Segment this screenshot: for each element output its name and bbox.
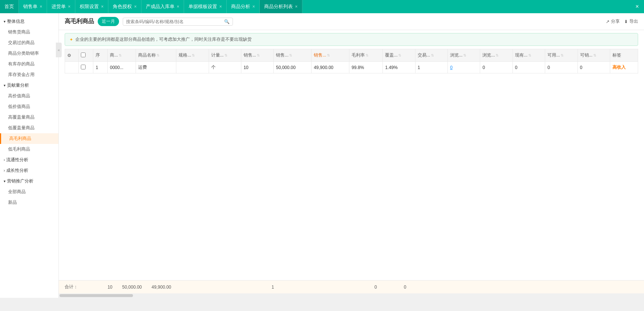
col-settings[interactable]: ⚙ xyxy=(65,49,79,62)
footer-sales-qty: 10 xyxy=(85,285,115,290)
sort-icon-code: ⇅ xyxy=(119,53,122,57)
close-purchase-tab[interactable]: × xyxy=(68,4,71,9)
cell-browse1[interactable]: 0 xyxy=(448,62,480,73)
cell-sales-qty: 10 xyxy=(241,62,273,73)
footer-label: 合计： xyxy=(65,284,78,290)
cell-sellable: 0 xyxy=(578,62,610,73)
cell-index: 1 xyxy=(93,62,108,73)
sidebar-item-low-coverage[interactable]: 低覆盖量商品 xyxy=(0,123,58,133)
footer-available: 0 xyxy=(379,285,409,290)
info-banner: ✦ 企业的主要的利润都是这部分商品创造的，可考虑加大推广，同时关注库存是不要出现… xyxy=(65,33,638,46)
sidebar-item-category-rate[interactable]: 商品分类助销率 xyxy=(0,48,58,59)
col-browse1[interactable]: 浏览...⇅ xyxy=(448,49,480,62)
close-inbound-tab[interactable]: × xyxy=(177,4,179,9)
filter-btn-recent-month[interactable]: 近一月 xyxy=(98,17,119,26)
select-all-checkbox[interactable] xyxy=(81,53,86,57)
sidebar-group-overall[interactable]: ▾ 整体信息 xyxy=(0,16,58,27)
cell-unit: 个 xyxy=(209,62,241,73)
arrow-growth: › xyxy=(4,169,5,173)
browse1-link[interactable]: 0 xyxy=(450,65,453,70)
search-box: 🔍 xyxy=(123,18,233,26)
close-sales-tab[interactable]: × xyxy=(40,4,42,9)
sidebar-item-new-goods[interactable]: 新品 xyxy=(0,197,58,208)
main-layout: ▾ 整体信息 销售货商品 交易过的商品 商品分类助销率 有库存的商品 库存资金占… xyxy=(0,13,644,298)
header-actions: ↗ 分享 ⬇ 导出 xyxy=(606,18,638,25)
col-sales-qty[interactable]: 销售...⇅ xyxy=(241,49,273,62)
col-available[interactable]: 可用...⇅ xyxy=(545,49,578,62)
nav-tab-analysis-list[interactable]: 商品分析列表 × xyxy=(260,0,302,13)
col-spec[interactable]: 规格...⇅ xyxy=(176,49,209,62)
sort-icon-browse2: ⇅ xyxy=(496,53,499,57)
close-analysis-list-tab[interactable]: × xyxy=(295,4,298,9)
search-input[interactable] xyxy=(126,19,224,24)
footer-bar: 合计： 10 50,000.00 49,900.00 1 0 0 xyxy=(59,280,644,293)
nav-tab-roles[interactable]: 角色授权 × xyxy=(108,0,141,13)
sidebar-item-in-stock[interactable]: 有库存的商品 xyxy=(0,59,58,69)
window-close-button[interactable]: × xyxy=(630,0,644,13)
col-index: 序 xyxy=(93,49,108,62)
nav-tab-purchase[interactable]: 进货单 × xyxy=(47,0,75,13)
sort-icon-sellable: ⇅ xyxy=(593,53,596,57)
sort-icon-unit: ⇅ xyxy=(224,53,227,57)
footer-current-stock: 0 xyxy=(350,285,379,290)
search-icon[interactable]: 🔍 xyxy=(224,19,230,24)
nav-tab-inbound[interactable]: 产成品入库单 × xyxy=(141,0,184,13)
cell-checkbox[interactable] xyxy=(79,62,93,73)
nav-tab-home[interactable]: 首页 xyxy=(0,0,19,13)
sidebar-group-growth[interactable]: › 成长性分析 xyxy=(0,165,58,176)
info-icon: ✦ xyxy=(69,37,73,42)
col-gross-margin[interactable]: 毛利率⇅ xyxy=(349,49,383,62)
col-unit[interactable]: 计量...⇅ xyxy=(209,49,241,62)
sort-icon-spec: ⇅ xyxy=(192,53,195,57)
share-button[interactable]: ↗ 分享 xyxy=(606,18,620,25)
footer-spacer xyxy=(173,285,247,290)
col-name[interactable]: 商品名称⇅ xyxy=(136,49,176,62)
sidebar-item-traded-goods[interactable]: 交易过的商品 xyxy=(0,37,58,48)
sort-icon-transaction: ⇅ xyxy=(431,53,434,57)
sidebar-item-all-goods[interactable]: 全部商品 xyxy=(0,187,58,197)
cell-available: 0 xyxy=(545,62,578,73)
col-code[interactable]: 商...⇅ xyxy=(108,49,136,62)
sidebar-group-marketing[interactable]: ▾ 营销推广分析 xyxy=(0,176,58,187)
col-coverage[interactable]: 覆盖...⇅ xyxy=(383,49,415,62)
cell-gross-margin: 99.8% xyxy=(349,62,383,73)
sidebar-group-contribution[interactable]: ▾ 贡献量分析 xyxy=(0,80,58,91)
col-browse2[interactable]: 浏览...⇅ xyxy=(480,49,512,62)
sidebar-item-low-margin[interactable]: 低毛利商品 xyxy=(0,144,58,155)
horizontal-scrollbar[interactable] xyxy=(59,293,644,298)
sidebar: ▾ 整体信息 销售货商品 交易过的商品 商品分类助销率 有库存的商品 库存资金占… xyxy=(0,13,59,298)
row-checkbox[interactable] xyxy=(81,65,86,69)
nav-tab-permissions[interactable]: 权限设置 × xyxy=(75,0,108,13)
close-roles-tab[interactable]: × xyxy=(134,4,137,9)
sidebar-item-stock-fund[interactable]: 库存资金占用 xyxy=(0,69,58,80)
sidebar-collapse-button[interactable]: « xyxy=(56,43,62,57)
sidebar-group-flow[interactable]: › 流通性分析 xyxy=(0,155,58,165)
close-analysis-tab[interactable]: × xyxy=(252,4,255,9)
col-current-stock[interactable]: 现有...⇅ xyxy=(512,49,545,62)
top-nav: 首页 销售单 × 进货单 × 权限设置 × 角色授权 × 产成品入库单 × 单据… xyxy=(0,0,644,13)
nav-tab-sales[interactable]: 销售单 × xyxy=(19,0,47,13)
table-container: ⚙ 序 商...⇅ 商品名称⇅ 规格...⇅ 计量...⇅ 销售...⇅ 销售.… xyxy=(59,49,644,280)
close-permissions-tab[interactable]: × xyxy=(101,4,104,9)
sort-icon-sales-amount: ⇅ xyxy=(289,53,292,57)
cell-settings xyxy=(65,62,79,73)
col-sellable[interactable]: 可销...⇅ xyxy=(578,49,610,62)
col-checkbox[interactable] xyxy=(79,49,93,62)
sidebar-item-low-value[interactable]: 低价值商品 xyxy=(0,101,58,112)
col-tag[interactable]: 标签 xyxy=(610,49,638,62)
col-sales-cost[interactable]: 销售...⇅ xyxy=(312,49,349,62)
col-sales-amount[interactable]: 销售...⇅ xyxy=(274,49,312,62)
footer-transaction: 1 xyxy=(247,285,276,290)
sidebar-item-high-margin[interactable]: 高毛利商品 xyxy=(0,133,58,144)
nav-tab-analysis[interactable]: 商品分析 × xyxy=(227,0,260,13)
sort-icon-name: ⇅ xyxy=(156,53,159,57)
sort-icon-browse1: ⇅ xyxy=(463,53,466,57)
close-template-tab[interactable]: × xyxy=(219,4,222,9)
nav-tab-template[interactable]: 单据模板设置 × xyxy=(184,0,227,13)
sidebar-item-high-coverage[interactable]: 高覆盖量商品 xyxy=(0,112,58,123)
sidebar-item-high-value[interactable]: 高价值商品 xyxy=(0,91,58,101)
sidebar-item-sales-goods[interactable]: 销售货商品 xyxy=(0,27,58,37)
col-transaction[interactable]: 交易...⇅ xyxy=(415,49,447,62)
export-button[interactable]: ⬇ 导出 xyxy=(624,18,638,25)
scrollbar-thumb[interactable] xyxy=(60,294,133,297)
